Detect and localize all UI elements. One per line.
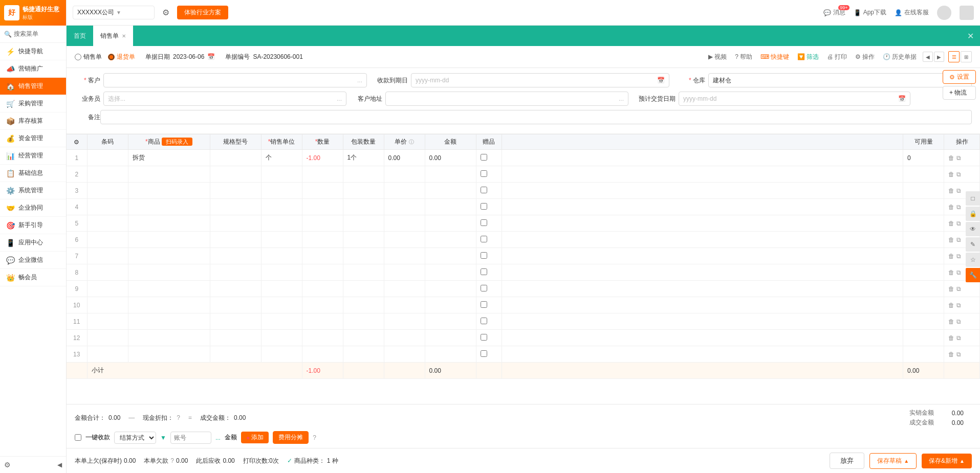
cell-spec-4[interactable] xyxy=(210,199,261,215)
trial-btn[interactable]: 体验行业方案 xyxy=(177,6,228,19)
cell-gift-9[interactable] xyxy=(476,281,502,297)
cell-price-4[interactable] xyxy=(384,199,425,215)
customer-input[interactable]: ... xyxy=(103,73,367,87)
save-draft-btn[interactable]: 保存草稿 ▲ xyxy=(869,453,917,469)
cell-unit-2[interactable] xyxy=(261,166,302,183)
notes-input[interactable] xyxy=(100,110,972,124)
cell-pkg-1[interactable]: 1个 xyxy=(343,150,384,166)
customer-addr-input[interactable]: ... xyxy=(385,92,628,106)
cell-amount-12[interactable] xyxy=(425,330,476,346)
sidebar-item-marketing[interactable]: 📣 营销推广 xyxy=(0,60,66,78)
cell-gift-8[interactable] xyxy=(476,264,502,281)
message-btn[interactable]: 💬 消息 99+ xyxy=(823,8,845,17)
delete-icon-8[interactable]: 🗑 xyxy=(948,269,954,276)
cell-price-8[interactable] xyxy=(384,264,425,281)
discount-help-icon[interactable]: ? xyxy=(177,414,180,421)
cell-price-9[interactable] xyxy=(384,281,425,297)
cell-product-4[interactable] xyxy=(128,199,210,215)
cell-price-1[interactable]: 0.00 xyxy=(384,150,425,166)
delete-icon-13[interactable]: 🗑 xyxy=(948,351,954,358)
copy-icon-9[interactable]: ⧉ xyxy=(956,285,961,292)
delete-icon-7[interactable]: 🗑 xyxy=(948,253,954,260)
sidebar-item-sales[interactable]: 🏠 销售管理 xyxy=(0,78,66,95)
float-btn-2[interactable]: 🔒 xyxy=(966,207,980,221)
delete-icon-2[interactable]: 🗑 xyxy=(948,171,954,178)
float-btn-1[interactable]: □ xyxy=(966,191,980,206)
cell-qty-11[interactable] xyxy=(302,313,343,330)
cell-product-1[interactable]: 拆货 xyxy=(128,150,210,166)
cell-pkg-4[interactable] xyxy=(343,199,384,215)
float-btn-3[interactable]: 👁 xyxy=(966,222,980,236)
cell-qty-4[interactable] xyxy=(302,199,343,215)
cell-qty-5[interactable] xyxy=(302,215,343,232)
cell-spec-9[interactable] xyxy=(210,281,261,297)
filter-btn[interactable]: 🔽 筛选 xyxy=(795,53,821,61)
warehouse-input[interactable]: 建材仓 ... xyxy=(708,73,972,87)
cell-product-3[interactable] xyxy=(128,183,210,199)
copy-icon-8[interactable]: ⧉ xyxy=(956,269,961,276)
abandon-btn[interactable]: 放弃 xyxy=(830,453,864,469)
cell-qty-1[interactable]: -1.00 xyxy=(302,150,343,166)
due-date-calendar-icon[interactable]: 📅 xyxy=(657,77,665,84)
cell-spec-5[interactable] xyxy=(210,215,261,232)
cell-unit-10[interactable] xyxy=(261,297,302,313)
cell-price-6[interactable] xyxy=(384,232,425,248)
one-click-pay-checkbox[interactable] xyxy=(75,434,81,441)
user-menu-btn[interactable] xyxy=(960,6,974,20)
cell-product-5[interactable] xyxy=(128,215,210,232)
sidebar-item-wechat[interactable]: 💬 企业微信 xyxy=(0,252,66,269)
settle-method-icon[interactable]: ▼ xyxy=(160,434,166,441)
delete-icon-1[interactable]: 🗑 xyxy=(948,154,954,162)
scan-btn[interactable]: 扫码录入 xyxy=(162,138,192,146)
cell-spec-1[interactable] xyxy=(210,150,261,166)
cell-qty-2[interactable] xyxy=(302,166,343,183)
search-menu[interactable]: 🔍 搜索菜单 xyxy=(0,26,66,43)
calendar-icon[interactable]: 📅 xyxy=(207,53,215,60)
account-input[interactable] xyxy=(170,432,211,444)
cell-unit-11[interactable] xyxy=(261,313,302,330)
cell-price-7[interactable] xyxy=(384,248,425,264)
cell-spec-3[interactable] xyxy=(210,183,261,199)
sidebar-item-guide[interactable]: 🎯 新手引导 xyxy=(0,217,66,234)
cell-qty-3[interactable] xyxy=(302,183,343,199)
cell-qty-6[interactable] xyxy=(302,232,343,248)
cell-barcode-1[interactable] xyxy=(87,150,128,166)
cell-price-5[interactable] xyxy=(384,215,425,232)
cell-barcode-4[interactable] xyxy=(87,199,128,215)
cell-price-10[interactable] xyxy=(384,297,425,313)
delete-icon-6[interactable]: 🗑 xyxy=(948,236,954,243)
cell-amount-13[interactable] xyxy=(425,346,476,363)
customer-addr-ellipsis[interactable]: ... xyxy=(619,95,624,102)
copy-icon-11[interactable]: ⧉ xyxy=(956,318,961,325)
tab-sales-order[interactable]: 销售单 ✕ xyxy=(93,26,133,46)
copy-icon-7[interactable]: ⧉ xyxy=(956,253,961,260)
salesman-ellipsis[interactable]: ... xyxy=(337,95,342,102)
total-owe-help[interactable]: ? xyxy=(170,457,174,464)
cell-amount-1[interactable]: 0.00 xyxy=(425,150,476,166)
cell-unit-3[interactable] xyxy=(261,183,302,199)
cell-unit-4[interactable] xyxy=(261,199,302,215)
cell-barcode-9[interactable] xyxy=(87,281,128,297)
cell-unit-9[interactable] xyxy=(261,281,302,297)
copy-icon-13[interactable]: ⧉ xyxy=(956,351,961,358)
copy-icon-3[interactable]: ⧉ xyxy=(956,187,961,194)
video-btn[interactable]: ▶ 视频 xyxy=(706,53,729,61)
cell-gift-10[interactable] xyxy=(476,297,502,313)
cell-amount-8[interactable] xyxy=(425,264,476,281)
due-date-input[interactable]: yyyy-mm-dd 📅 xyxy=(411,73,669,87)
cell-unit-7[interactable] xyxy=(261,248,302,264)
delete-icon-9[interactable]: 🗑 xyxy=(948,285,954,292)
cell-spec-2[interactable] xyxy=(210,166,261,183)
cell-gift-4[interactable] xyxy=(476,199,502,215)
cell-qty-13[interactable] xyxy=(302,346,343,363)
sidebar-collapse-icon[interactable]: ◀ xyxy=(57,461,62,468)
setup-btn[interactable]: ⚙ 设置 xyxy=(943,70,976,84)
delivery-date-calendar-icon[interactable]: 📅 xyxy=(898,95,906,102)
cell-product-8[interactable] xyxy=(128,264,210,281)
cell-price-12[interactable] xyxy=(384,330,425,346)
cell-product-12[interactable] xyxy=(128,330,210,346)
cell-unit-8[interactable] xyxy=(261,264,302,281)
next-arrow[interactable]: ▶ xyxy=(934,52,944,62)
sidebar-item-operation[interactable]: 📊 经营管理 xyxy=(0,147,66,165)
cell-barcode-12[interactable] xyxy=(87,330,128,346)
